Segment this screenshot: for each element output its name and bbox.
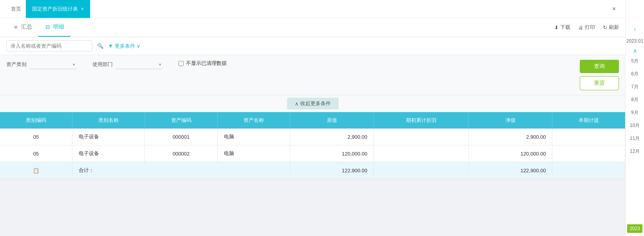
home-nav[interactable]: 首页 bbox=[6, 5, 26, 13]
print-label: 打印 bbox=[585, 24, 595, 31]
asset-category-label: 资产类别 bbox=[6, 61, 27, 68]
filter-label: 更多条件 bbox=[115, 43, 135, 50]
hide-cleared-checkbox[interactable] bbox=[179, 61, 184, 66]
total-label: 合计： bbox=[72, 162, 290, 179]
filter-icon: ▼ bbox=[108, 43, 113, 49]
refresh-label: 刷新 bbox=[609, 24, 619, 31]
tab-summary[interactable]: ≡ 汇总 bbox=[6, 18, 38, 37]
search-icon[interactable]: 🔍 bbox=[97, 43, 103, 49]
collapse-icon: ∧ bbox=[295, 101, 299, 107]
total-current-period bbox=[552, 162, 625, 179]
download-button[interactable]: ⬇ 下载 bbox=[554, 24, 570, 31]
cell-current-period bbox=[552, 145, 625, 162]
asset-category-select[interactable] bbox=[30, 60, 77, 69]
cell-accumulated-dep bbox=[374, 145, 469, 162]
window-close-icon[interactable]: × bbox=[609, 5, 619, 13]
summary-icon: ≡ bbox=[13, 24, 19, 30]
detail-icon: ⊟ bbox=[45, 24, 51, 30]
more-filter-button[interactable]: ▼ 更多条件 ∨ bbox=[108, 43, 141, 50]
cell-accumulated-dep bbox=[374, 129, 469, 145]
cell-category-name: 电子设备 bbox=[72, 129, 144, 145]
sidebar-scroll-up[interactable]: ∧ bbox=[633, 48, 637, 54]
tab-label: 固定资产折旧统计表 bbox=[32, 5, 78, 13]
sidebar-month-8[interactable]: 8月 bbox=[631, 94, 639, 105]
tab-detail[interactable]: ⊟ 明细 bbox=[38, 18, 70, 37]
total-accumulated-dep bbox=[374, 162, 469, 179]
col-header-asset-name: 资产名称 bbox=[217, 112, 290, 129]
sidebar-month-5[interactable]: 5月 bbox=[631, 55, 639, 67]
cell-original-value: 2,900.00 bbox=[290, 129, 374, 145]
col-header-category-code: 类别编码 bbox=[0, 112, 72, 129]
tab-close-icon[interactable]: × bbox=[81, 6, 84, 12]
table-row: 05 电子设备 000002 电脑 120,000.00 120,000.00 bbox=[0, 145, 625, 162]
col-header-current-period: 本期计提 bbox=[552, 112, 625, 129]
col-header-asset-code: 资产编码 bbox=[145, 112, 217, 129]
refresh-icon: ↻ bbox=[603, 25, 607, 30]
collapse-label: 收起更多条件 bbox=[300, 100, 331, 107]
total-icon: 📋 bbox=[33, 168, 39, 173]
department-label: 使用部门 bbox=[92, 61, 113, 68]
sidebar-month-10[interactable]: 10月 bbox=[630, 120, 640, 131]
sidebar-month-7[interactable]: 7月 bbox=[631, 81, 639, 93]
cell-current-period bbox=[552, 129, 625, 145]
col-header-accumulated-dep: 期初累计折旧 bbox=[374, 112, 469, 129]
department-select[interactable] bbox=[116, 60, 163, 69]
col-header-original-value: 原值 bbox=[290, 112, 374, 129]
sidebar-month-9[interactable]: 9月 bbox=[631, 107, 639, 118]
active-tab[interactable]: 固定资产折旧统计表 × bbox=[26, 0, 90, 18]
print-icon: 🖨 bbox=[578, 25, 583, 30]
sidebar-month-11[interactable]: 11月 bbox=[630, 133, 640, 144]
download-icon: ⬇ bbox=[554, 25, 559, 30]
sidebar-expand-arrow[interactable]: › bbox=[634, 23, 636, 34]
query-button[interactable]: 查询 bbox=[580, 60, 619, 73]
refresh-button[interactable]: ↻ 刷新 bbox=[603, 24, 619, 31]
hide-cleared-label: 不显示已清理数据 bbox=[186, 60, 227, 67]
cell-asset-code: 000002 bbox=[145, 145, 217, 162]
cell-category-code: 05 bbox=[0, 129, 72, 145]
total-net-value: 122,900.00 bbox=[469, 162, 552, 179]
cell-asset-name: 电脑 bbox=[217, 129, 290, 145]
total-original-value: 122,900.00 bbox=[290, 162, 374, 179]
search-input[interactable] bbox=[6, 40, 92, 52]
detail-label: 明细 bbox=[53, 23, 64, 30]
reset-button[interactable]: 重置 bbox=[580, 76, 619, 90]
cell-original-value: 120,000.00 bbox=[290, 145, 374, 162]
total-icon-cell: 📋 bbox=[0, 162, 72, 179]
cell-category-code: 05 bbox=[0, 145, 72, 162]
download-label: 下载 bbox=[560, 24, 570, 31]
total-row: 📋 合计： 122,900.00 122,900.00 bbox=[0, 162, 625, 179]
cell-asset-code: 000001 bbox=[145, 129, 217, 145]
cell-net-value: 2,900.00 bbox=[469, 129, 552, 145]
cell-net-value: 120,000.00 bbox=[469, 145, 552, 162]
collapse-button[interactable]: ∧ 收起更多条件 bbox=[287, 98, 339, 109]
table-row: 05 电子设备 000001 电脑 2,900.00 2,900.00 bbox=[0, 129, 625, 145]
sidebar-month-6[interactable]: 6月 bbox=[631, 68, 639, 80]
cell-category-name: 电子设备 bbox=[72, 145, 144, 162]
col-header-category-name: 类别名称 bbox=[72, 112, 144, 129]
chevron-down-icon: ∨ bbox=[137, 43, 141, 49]
sidebar-month-12[interactable]: 12月 bbox=[630, 146, 640, 157]
print-button[interactable]: 🖨 打印 bbox=[578, 24, 595, 31]
col-header-net-value: 净值 bbox=[469, 112, 552, 129]
summary-label: 汇总 bbox=[21, 23, 32, 30]
cell-asset-name: 电脑 bbox=[217, 145, 290, 162]
sidebar-period: 2023.01 bbox=[626, 36, 643, 46]
year-badge: 2023 bbox=[627, 224, 642, 233]
